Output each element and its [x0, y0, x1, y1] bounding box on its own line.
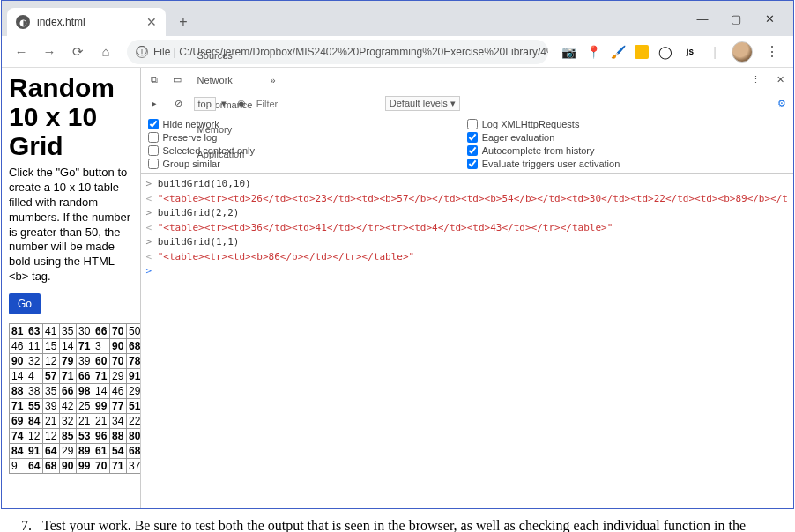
forward-button[interactable]: → [37, 40, 62, 64]
window-close-button[interactable]: ✕ [753, 6, 786, 31]
inspect-element-icon[interactable]: ⧉ [145, 70, 164, 90]
window-maximize-button[interactable]: ▢ [719, 6, 753, 31]
console-output[interactable]: buildGrid(10,10)"<table><tr><td>26</td><… [141, 174, 794, 508]
checkbox-log-xhr[interactable] [467, 119, 478, 129]
setting-preserve-log[interactable]: Preserve log [148, 132, 467, 143]
table-cell: 84 [10, 444, 26, 459]
back-button[interactable]: ← [9, 40, 33, 64]
random-grid-table: 8163413530667050684846111514713906836239… [9, 323, 140, 474]
table-cell: 85 [60, 429, 77, 444]
table-cell: 96 [93, 429, 110, 444]
table-cell: 84 [26, 414, 43, 429]
reload-button[interactable]: ⟳ [65, 40, 90, 64]
console-settings-gear-icon[interactable]: ⚙ [774, 98, 790, 109]
ext-yellow-icon[interactable] [635, 45, 649, 59]
log-levels-selector[interactable]: Default levels ▾ [385, 96, 460, 111]
table-cell: 91 [127, 369, 140, 384]
table-cell: 71 [60, 369, 77, 384]
table-cell: 29 [60, 444, 77, 459]
table-cell: 80 [127, 429, 140, 444]
camera-icon[interactable]: 📷 [561, 44, 576, 60]
js-ext-icon[interactable]: js [682, 44, 698, 60]
table-cell: 71 [77, 339, 93, 354]
table-cell: 69 [10, 414, 26, 429]
instruction-text: Test your work. Be sure to test both the… [42, 518, 774, 532]
console-filter-input[interactable] [256, 99, 327, 109]
table-cell: 77 [110, 399, 127, 414]
table-cell: 88 [110, 429, 127, 444]
devtools-menu-icon[interactable]: ⋮ [746, 70, 765, 90]
checkbox-hide-network[interactable] [148, 119, 159, 129]
pin-icon[interactable]: 📍 [585, 44, 601, 60]
tab-close-icon[interactable]: ✕ [146, 15, 157, 29]
table-cell: 55 [26, 399, 43, 414]
table-cell: 29 [110, 369, 127, 384]
browser-tab[interactable]: ◐ index.html ✕ [7, 8, 166, 36]
window-minimize-button[interactable]: — [686, 6, 719, 31]
chrome-menu-button[interactable]: ⋮ [762, 43, 783, 60]
table-cell: 91 [26, 444, 43, 459]
checkbox-eval-triggers[interactable] [467, 159, 478, 169]
console-line-out: "<table><tr><td>36</td><td>41</td></tr><… [146, 221, 789, 236]
setting-eval-triggers[interactable]: Evaluate triggers user activation [467, 159, 786, 169]
site-info-icon[interactable]: ⓘ [136, 46, 148, 58]
devtools-tab-more[interactable]: » [263, 68, 282, 92]
table-cell: 99 [93, 399, 110, 414]
eye-icon[interactable]: ◉ [232, 94, 251, 114]
console-line-cmd: buildGrid(2,2) [146, 206, 789, 221]
devtools-tab-sources[interactable]: Sources [190, 43, 260, 68]
table-cell: 61 [93, 444, 110, 459]
devtools-tab-network[interactable]: Network [190, 68, 260, 92]
table-cell: 78 [127, 354, 140, 369]
console-line-prompt[interactable] [146, 264, 789, 279]
table-cell: 90 [10, 354, 26, 369]
table-cell: 41 [43, 324, 60, 339]
table-cell: 39 [77, 354, 93, 369]
table-cell: 71 [93, 369, 110, 384]
table-row: 74121285539688808880 [10, 429, 140, 444]
setting-hide-network[interactable]: Hide network [148, 119, 467, 129]
paint-icon[interactable]: 🖌️ [610, 44, 626, 60]
go-button[interactable]: Go [9, 293, 41, 314]
table-cell: 79 [60, 354, 77, 369]
checkbox-selected-ctx[interactable] [148, 145, 159, 156]
devtools-close-icon[interactable]: ✕ [770, 70, 790, 90]
new-tab-button[interactable]: + [171, 10, 196, 34]
tab-favicon: ◐ [16, 15, 30, 29]
home-button[interactable]: ⌂ [93, 40, 118, 64]
profile-avatar[interactable] [732, 41, 753, 63]
setting-log-xhr[interactable]: Log XMLHttpRequests [467, 119, 786, 129]
vertical-bar-icon: | [707, 44, 723, 60]
dropdown-arrow-icon: ▾ [221, 98, 227, 109]
table-row: 4611151471390683623 [10, 339, 140, 354]
checkbox-autocomplete[interactable] [467, 145, 478, 156]
table-cell: 15 [43, 339, 60, 354]
extension-icons: 📷 📍 🖌️ ◯ js | ⋮ [557, 41, 786, 63]
clear-console-icon[interactable]: ⊘ [169, 94, 189, 114]
table-cell: 30 [77, 324, 93, 339]
table-cell: 89 [77, 444, 93, 459]
setting-group-similar[interactable]: Group similar [148, 159, 467, 169]
checkbox-preserve-log[interactable] [148, 132, 159, 143]
checkbox-eager-eval[interactable] [467, 132, 478, 143]
page-heading: Random 10 x 10 Grid [9, 73, 133, 160]
table-cell: 60 [93, 354, 110, 369]
setting-autocomplete[interactable]: Autocomplete from history [467, 145, 786, 156]
table-cell: 63 [26, 324, 43, 339]
instruction-number: 7. [21, 518, 42, 532]
devtools-tabstrip: ⧉ ▭ ConsoleElementsSourcesNetworkPerform… [141, 68, 794, 92]
context-selector[interactable]: top [194, 97, 216, 111]
setting-eager-eval[interactable]: Eager evaluation [467, 132, 786, 143]
device-toggle-icon[interactable]: ▭ [167, 70, 187, 90]
table-cell: 12 [43, 354, 60, 369]
browser-toolbar: ← → ⟳ ⌂ ⓘ File | C:/Users/jerem/Dropbox/… [2, 36, 793, 68]
table-cell: 70 [93, 459, 110, 474]
checkbox-group-similar[interactable] [148, 159, 159, 169]
circle-icon[interactable]: ◯ [658, 44, 673, 60]
setting-label: Selected context only [163, 145, 256, 156]
url-prefix: File [153, 46, 170, 58]
setting-label: Evaluate triggers user activation [482, 159, 620, 169]
setting-selected-ctx[interactable]: Selected context only [148, 145, 467, 156]
sidebar-toggle-icon[interactable]: ▸ [145, 94, 164, 114]
console-line-cmd: buildGrid(1,1) [146, 235, 789, 250]
